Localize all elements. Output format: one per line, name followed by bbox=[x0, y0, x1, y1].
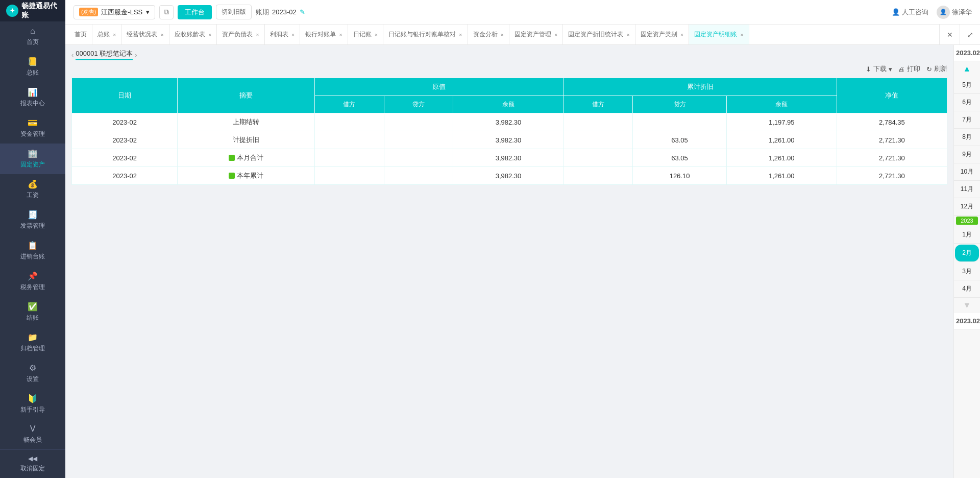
sidebar-item-settle[interactable]: ✅ 结账 bbox=[0, 297, 65, 327]
sidebar-item-home[interactable]: ⌂ 首页 bbox=[0, 21, 65, 52]
human-service[interactable]: 👤 人工咨询 bbox=[892, 8, 928, 17]
tab-journal-bank[interactable]: 日记账与银行对账单核对 × bbox=[383, 25, 468, 45]
tab-fixed-detail[interactable]: 固定资产明细账 × bbox=[689, 25, 749, 45]
cell-credit2: 63.05 bbox=[633, 131, 726, 149]
tab-balance-close[interactable]: × bbox=[256, 32, 259, 38]
print-button[interactable]: 🖨 打印 bbox=[898, 64, 920, 74]
cal-year-2023-bottom: 2023.02 bbox=[954, 313, 980, 329]
cal-month-7[interactable]: 7月 bbox=[954, 111, 980, 129]
tab-profit[interactable]: 利润表 × bbox=[265, 25, 300, 45]
sidebar-item-fixed-assets[interactable]: 🏢 固定资产 bbox=[0, 144, 65, 174]
cell-date: 2023-02 bbox=[72, 167, 178, 185]
data-table: 日期 摘要 原值 累计折旧 净值 借方 贷方 余额 借方 贷方 余额 bbox=[71, 78, 947, 185]
tab-bank-close[interactable]: × bbox=[339, 32, 342, 38]
sidebar-item-salary[interactable]: 💰 工资 bbox=[0, 174, 65, 205]
sidebar-item-label: 资金管理 bbox=[20, 130, 45, 138]
cal-month-5[interactable]: 5月 bbox=[954, 77, 980, 94]
tab-capital-analysis[interactable]: 资金分析 × bbox=[468, 25, 509, 45]
tab-fixed-mgmt-close[interactable]: × bbox=[554, 32, 557, 38]
sidebar-item-member[interactable]: V 畅会员 bbox=[0, 419, 65, 449]
tab-operation-label: 经营状况表 bbox=[127, 30, 157, 39]
cal-month-3[interactable]: 3月 bbox=[954, 263, 980, 280]
tab-profit-close[interactable]: × bbox=[291, 32, 295, 38]
cell-balance1: 3,982.30 bbox=[453, 167, 564, 185]
tab-fixed-detail-close[interactable]: × bbox=[740, 32, 743, 38]
tab-receivable-label: 应收账龄表 bbox=[175, 30, 205, 39]
close-all-button[interactable]: ✕ bbox=[939, 25, 960, 45]
sidebar-item-settings[interactable]: ⚙ 设置 bbox=[0, 358, 65, 389]
cal-month-9[interactable]: 9月 bbox=[954, 146, 980, 163]
cell-netvalue: 2,721.30 bbox=[837, 149, 947, 167]
cell-credit1 bbox=[384, 131, 453, 149]
tab-receivable[interactable]: 应收账龄表 × bbox=[169, 25, 217, 45]
tab-balance[interactable]: 资产负债表 × bbox=[217, 25, 264, 45]
copy-button[interactable]: ⧉ bbox=[159, 5, 174, 19]
tab-journal-close[interactable]: × bbox=[375, 32, 378, 38]
download-button[interactable]: ⬇ 下载 ▾ bbox=[866, 64, 892, 74]
user-profile[interactable]: 👤 徐泽华 bbox=[937, 6, 972, 19]
tab-ledger[interactable]: 总账 × bbox=[92, 25, 121, 45]
tab-journal[interactable]: 日记账 × bbox=[348, 25, 383, 45]
cal-month-4[interactable]: 4月 bbox=[954, 280, 980, 298]
refresh-button[interactable]: ↻ 刷新 bbox=[926, 64, 947, 74]
period-label: 账期 bbox=[256, 8, 269, 17]
print-label: 打印 bbox=[907, 64, 920, 74]
cell-credit2 bbox=[633, 113, 726, 131]
tab-operation[interactable]: 经营状况表 × bbox=[121, 25, 169, 45]
refresh-icon: ↻ bbox=[926, 65, 932, 73]
tab-fixed-category[interactable]: 固定资产类别 × bbox=[635, 25, 689, 45]
sidebar-item-label: 工资 bbox=[27, 191, 39, 200]
settings-icon: ⚙ bbox=[29, 363, 36, 373]
main-area: (劝告) 江西服金-LSS ▾ ⧉ 工作台 切到旧版 账期 2023-02 ✎ … bbox=[65, 0, 980, 478]
cell-debit2 bbox=[564, 167, 633, 185]
tab-fixed-depreciation[interactable]: 固定资产折旧统计表 × bbox=[563, 25, 635, 45]
cal-down-arrow[interactable]: ▼ bbox=[954, 298, 980, 313]
th-debit-2: 借方 bbox=[564, 96, 633, 113]
tab-journal-label: 日记账 bbox=[353, 30, 372, 39]
tab-fixed-category-close[interactable]: × bbox=[680, 32, 683, 38]
period-edit-icon[interactable]: ✎ bbox=[300, 8, 305, 16]
cal-month-12[interactable]: 12月 bbox=[954, 198, 980, 216]
cell-debit2 bbox=[564, 149, 633, 167]
cal-month-8[interactable]: 8月 bbox=[954, 129, 980, 146]
cal-month-1[interactable]: 1月 bbox=[954, 226, 980, 244]
sidebar-item-tax[interactable]: 📌 税务管理 bbox=[0, 266, 65, 297]
sidebar-item-ledger[interactable]: 📒 总账 bbox=[0, 52, 65, 82]
sidebar-item-guide[interactable]: 🔰 新手引导 bbox=[0, 389, 65, 419]
tab-journal-bank-close[interactable]: × bbox=[459, 32, 462, 38]
cell-credit2: 126.10 bbox=[633, 167, 726, 185]
breadcrumb-next[interactable]: › bbox=[135, 51, 137, 59]
tab-ledger-close[interactable]: × bbox=[113, 32, 116, 38]
tabbar: 首页 总账 × 经营状况表 × 应收账龄表 × 资产负债表 × 利润表 × 银行… bbox=[65, 25, 980, 45]
tab-operation-close[interactable]: × bbox=[160, 32, 163, 38]
tab-home[interactable]: 首页 bbox=[69, 25, 92, 45]
sidebar-pin-toggle[interactable]: ◀◀ 取消固定 bbox=[0, 449, 65, 478]
sidebar-item-sales[interactable]: 📋 进销台账 bbox=[0, 235, 65, 266]
tab-bank[interactable]: 银行对账单 × bbox=[300, 25, 348, 45]
company-selector[interactable]: (劝告) 江西服金-LSS ▾ bbox=[74, 5, 155, 19]
tab-fixed-depreciation-close[interactable]: × bbox=[626, 32, 629, 38]
company-name: 江西服金-LSS bbox=[101, 8, 142, 17]
download-arrow: ▾ bbox=[889, 65, 892, 73]
tab-fixed-mgmt[interactable]: 固定资产管理 × bbox=[509, 25, 563, 45]
cal-month-2-active[interactable]: 2月 bbox=[955, 245, 979, 262]
human-service-label: 人工咨询 bbox=[902, 8, 928, 17]
calendar-panel: 2023.02 ▲ 5月 6月 7月 8月 9月 10月 11月 12月 202… bbox=[953, 45, 980, 478]
cal-month-10[interactable]: 10月 bbox=[954, 163, 980, 181]
sidebar-item-archive[interactable]: 📁 归档管理 bbox=[0, 327, 65, 358]
sidebar-item-capital[interactable]: 💳 资金管理 bbox=[0, 113, 65, 144]
tab-receivable-close[interactable]: × bbox=[208, 32, 211, 38]
cal-month-6[interactable]: 6月 bbox=[954, 94, 980, 111]
breadcrumb-current: 000001 联想笔记本 bbox=[76, 49, 133, 60]
breadcrumb-prev[interactable]: ‹ bbox=[71, 51, 74, 59]
old-version-button[interactable]: 切到旧版 bbox=[216, 5, 252, 19]
sidebar-item-report[interactable]: 📊 报表中心 bbox=[0, 82, 65, 113]
sidebar-item-invoice[interactable]: 🧾 发票管理 bbox=[0, 205, 65, 235]
capital-icon: 💳 bbox=[28, 118, 38, 128]
cal-month-11[interactable]: 11月 bbox=[954, 181, 980, 198]
maximize-button[interactable]: ⤢ bbox=[960, 25, 980, 45]
tab-capital-analysis-close[interactable]: × bbox=[501, 32, 504, 38]
cal-up-arrow[interactable]: ▲ bbox=[954, 61, 980, 77]
cell-credit1 bbox=[384, 113, 453, 131]
workbench-button[interactable]: 工作台 bbox=[178, 5, 212, 19]
